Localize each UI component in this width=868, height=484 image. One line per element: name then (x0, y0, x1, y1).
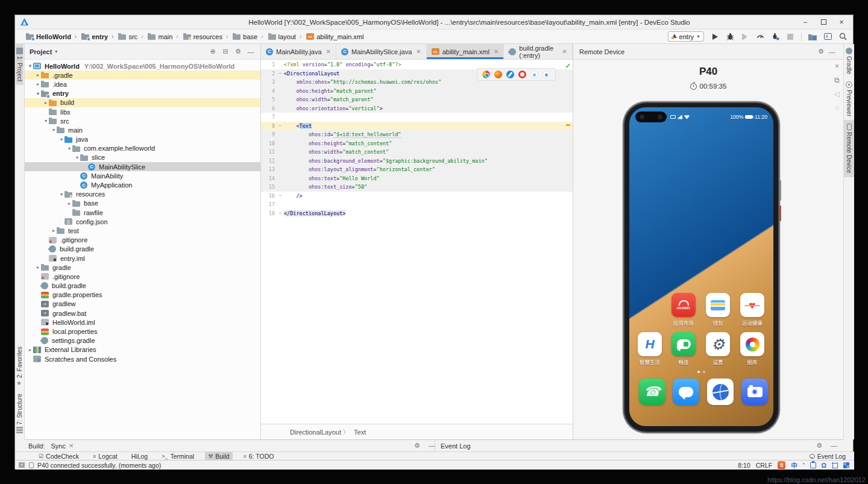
back-icon[interactable]: ◁ (834, 90, 840, 98)
collapse-all-icon[interactable]: ⊟ (221, 48, 230, 55)
ie-icon[interactable]: e (530, 71, 538, 78)
app-shortcut[interactable]: 设置 (701, 332, 735, 365)
breadcrumb-item[interactable]: entry › (80, 33, 116, 41)
tree-row[interactable]: settings.gradle (25, 336, 260, 345)
tool-window-button[interactable]: 7: Structure (16, 390, 24, 437)
tree-row[interactable]: rawfile (25, 208, 260, 217)
tree-row[interactable]: .gitignore (25, 272, 260, 281)
locate-file-icon[interactable]: ⊕ (208, 48, 218, 55)
tab-close-icon[interactable]: ✕ (494, 48, 498, 55)
device-manager-button[interactable] (808, 33, 817, 41)
ime-language-icon[interactable]: 中 (791, 460, 797, 470)
menu-item[interactable] (33, 20, 41, 24)
tree-row[interactable]: libs (25, 107, 260, 116)
tree-row[interactable]: .gitignore (25, 236, 260, 245)
tree-row[interactable]: ▾ main (25, 125, 260, 134)
code-line[interactable]: 13ohos:layout_alignment="horizontal_cent… (261, 165, 573, 174)
tree-row[interactable]: ▾ com.example.helloworld (25, 144, 260, 153)
tree-row[interactable]: config.json (25, 217, 260, 226)
xml-breadcrumb-item[interactable]: Text 〉 (354, 427, 374, 436)
ime-clipboard-icon[interactable] (810, 462, 816, 468)
app-shortcut[interactable]: 图库 (735, 332, 769, 365)
tool-window-button[interactable]: ☑ CodeCheck (36, 452, 82, 460)
code-line[interactable]: 10ohos:height="match_content" (261, 139, 573, 148)
inspections-ok-icon[interactable]: ✓ (565, 62, 571, 70)
breadcrumb-item[interactable]: main › (146, 33, 180, 41)
run-configuration-select[interactable]: entry ▼ (668, 31, 704, 42)
chrome-icon[interactable] (482, 71, 490, 78)
menu-item[interactable] (108, 20, 117, 24)
tree-row[interactable]: MainAbility (25, 171, 260, 180)
menu-item[interactable] (66, 20, 75, 24)
app-icon[interactable] (706, 332, 730, 356)
gear-icon[interactable]: ⚙ (233, 48, 243, 55)
gear-icon[interactable]: ⚙ (414, 442, 420, 450)
menu-item[interactable] (41, 20, 49, 24)
minimize-button[interactable]: − (796, 16, 814, 29)
gear-icon[interactable]: ⚙ (816, 442, 822, 450)
tree-row[interactable]: MyApplication (25, 180, 260, 189)
tool-window-button[interactable]: Previewer (844, 78, 854, 120)
tree-row[interactable]: gradlew (25, 300, 260, 309)
tree-row[interactable]: ▸ gradle (25, 263, 260, 272)
tab-close-icon[interactable]: ✕ (326, 48, 331, 55)
tree-row[interactable]: build.gradle (25, 281, 260, 291)
edge-icon[interactable]: e (542, 71, 550, 78)
phone-screen[interactable]: 100% 11:20 应用市场 (629, 107, 773, 426)
maximize-button[interactable] (814, 16, 832, 29)
search-everywhere-button[interactable] (838, 33, 847, 41)
tool-window-switcher-icon[interactable] (19, 462, 25, 468)
app-shortcut[interactable]: 应用市场 (667, 293, 700, 326)
app-icon[interactable] (638, 332, 662, 356)
dock-app[interactable] (669, 379, 703, 405)
close-session-icon[interactable]: × (835, 62, 839, 71)
tool-window-button[interactable]: Remote Device (844, 120, 854, 177)
tree-row[interactable]: entry.iml (25, 254, 260, 263)
app-icon[interactable] (706, 293, 730, 317)
code-line[interactable]: 5ohos:width="match_parent" (261, 95, 573, 104)
sdk-manager-button[interactable] (823, 33, 832, 41)
run-button[interactable] (711, 33, 719, 41)
breadcrumb-item[interactable]: layout › (267, 33, 304, 41)
menu-item[interactable] (134, 20, 142, 24)
menu-item[interactable] (100, 20, 108, 24)
app-shortcut[interactable]: 智慧生活 (633, 332, 667, 365)
dock-app[interactable] (635, 379, 669, 405)
dock-app-icon[interactable] (673, 379, 699, 405)
menu-item[interactable] (125, 20, 134, 24)
tool-window-button-project[interactable]: 1: Project (16, 44, 24, 85)
tree-row[interactable]: Scratches and Consoles (25, 354, 260, 363)
tab-close-icon[interactable]: ✕ (416, 48, 421, 55)
gear-icon[interactable]: ⚙ (816, 48, 826, 55)
tree-chevron-icon[interactable]: ▾ (58, 137, 64, 142)
tree-row[interactable]: ▸ build (25, 98, 260, 107)
menu-item[interactable] (117, 20, 125, 24)
caret-position[interactable]: 8:10 (738, 462, 750, 469)
app-icon[interactable] (671, 293, 696, 317)
code-line[interactable]: 4ohos:height="match_parent" (261, 87, 573, 96)
tool-window-button[interactable]: Gradle (844, 44, 854, 78)
debug-button[interactable] (726, 33, 734, 41)
safari-icon[interactable] (506, 71, 514, 78)
breadcrumb-item[interactable]: ability_main.xml › (305, 33, 372, 41)
home-icon[interactable]: ○ (835, 104, 839, 112)
dock-app-icon[interactable] (741, 379, 768, 405)
ime-toolbox-icon[interactable] (843, 462, 849, 468)
tree-row[interactable]: ▾ java (25, 135, 260, 144)
opera-icon[interactable] (518, 71, 526, 78)
sogou-ime-icon[interactable]: S (778, 461, 785, 469)
dock-app[interactable] (738, 379, 772, 405)
tree-chevron-icon[interactable]: ▾ (74, 155, 80, 160)
code-line[interactable]: 8−<Text (261, 122, 573, 131)
ime-punctuation-icon[interactable]: ’ (803, 462, 805, 469)
breadcrumb-item[interactable]: resources › (182, 33, 231, 41)
tool-window-button[interactable]: ⚒ Build (205, 452, 232, 460)
code-line[interactable]: 9ohos:id="$+id:text_helloworld" (261, 130, 573, 139)
hide-panel-icon[interactable]: — (246, 48, 256, 55)
tree-chevron-icon[interactable]: ▸ (35, 72, 41, 78)
menu-item[interactable] (58, 20, 66, 24)
tree-chevron-icon[interactable]: ▸ (66, 201, 72, 206)
code-line[interactable]: 18−</DirectionalLayout> (261, 209, 573, 218)
stop-button[interactable] (786, 33, 794, 41)
code-line[interactable]: 14ohos:text="Hello World" (261, 174, 573, 183)
